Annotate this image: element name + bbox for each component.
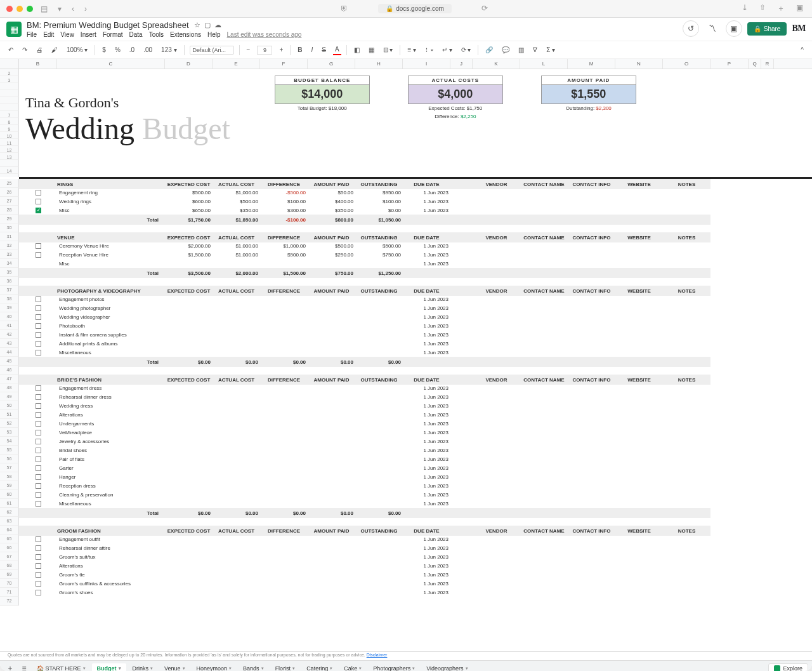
table-row[interactable]: Misc$650.00$350.00$300.00$350.00$0.001 J…: [19, 206, 710, 215]
row-number[interactable]: 33: [0, 250, 19, 259]
col-header-F[interactable]: F: [260, 59, 308, 69]
col-header-D[interactable]: D: [165, 59, 213, 69]
table-row[interactable]: Alterations1 Jun 2023: [19, 410, 710, 419]
tab-venue[interactable]: Venue ▾: [159, 663, 190, 672]
table-row[interactable]: Reception Venue Hire$1,500.00$1,000.00$5…: [19, 250, 710, 259]
col-header-I[interactable]: I: [403, 59, 450, 69]
back-icon[interactable]: ‹: [69, 4, 77, 13]
col-header-R[interactable]: R: [761, 59, 774, 69]
checkbox-icon[interactable]: [36, 474, 41, 480]
row-number[interactable]: 58: [0, 472, 19, 481]
table-row[interactable]: Engagement ring$500.00$1,000.00-$500.00$…: [19, 188, 710, 197]
redo-icon[interactable]: ↷: [20, 45, 29, 55]
checkbox-icon[interactable]: [36, 332, 41, 338]
close-window-icon[interactable]: [6, 6, 13, 12]
col-header-N[interactable]: N: [615, 59, 663, 69]
halign-icon[interactable]: ≡ ▾: [405, 45, 418, 55]
checkbox-icon[interactable]: [36, 439, 41, 444]
tab-budget[interactable]: Budget ▾: [92, 663, 126, 672]
row-number[interactable]: 64: [0, 526, 19, 535]
menu-format[interactable]: Format: [103, 31, 123, 38]
row-number[interactable]: 27: [0, 197, 19, 206]
minimize-window-icon[interactable]: [16, 6, 23, 12]
checkbox-icon[interactable]: [36, 563, 41, 569]
row-number[interactable]: 31: [0, 232, 19, 241]
menu-extensions[interactable]: Extensions: [170, 31, 201, 38]
tab-bands[interactable]: Bands ▾: [238, 663, 269, 672]
sheets-icon[interactable]: ▦: [6, 22, 22, 37]
sidebar-icon[interactable]: ▤: [38, 4, 50, 13]
table-row[interactable]: Rehearsal dinner attire1 Jun 2023: [19, 543, 710, 552]
row-number[interactable]: 72: [0, 597, 19, 606]
fill-color-icon[interactable]: ◧: [352, 45, 362, 55]
checkbox-icon[interactable]: [36, 252, 41, 258]
download-icon[interactable]: ⤓: [739, 3, 750, 14]
checkbox-icon[interactable]: [36, 296, 41, 302]
col-header-Q[interactable]: Q: [749, 59, 761, 69]
star-icon[interactable]: ☆: [194, 21, 200, 29]
checkbox-icon[interactable]: [36, 305, 41, 311]
comment-icon[interactable]: 💬: [500, 45, 511, 55]
all-sheets-button[interactable]: ≡: [18, 662, 30, 672]
menu-view[interactable]: View: [60, 31, 74, 38]
merge-icon[interactable]: ⊟ ▾: [381, 45, 395, 55]
checkbox-icon[interactable]: [36, 208, 41, 213]
row-number[interactable]: 68: [0, 561, 19, 570]
table-row[interactable]: Wedding dress1 Jun 2023: [19, 401, 710, 410]
move-icon[interactable]: ▢: [204, 21, 211, 29]
row-number[interactable]: 61: [0, 499, 19, 508]
font-size-increase-icon[interactable]: +: [277, 45, 285, 55]
checkbox-icon[interactable]: [36, 421, 41, 427]
share-button[interactable]: 🔒 Share: [747, 22, 787, 36]
checkbox-icon[interactable]: [36, 243, 41, 249]
row-number[interactable]: 67: [0, 552, 19, 561]
row-number[interactable]: 54: [0, 437, 19, 446]
shield-icon[interactable]: ⛨: [338, 4, 351, 13]
tab-cake[interactable]: Cake ▾: [339, 663, 367, 672]
table-row[interactable]: Wedding photographer1 Jun 2023: [19, 303, 710, 312]
checkbox-icon[interactable]: [36, 430, 41, 435]
checkbox-icon[interactable]: [36, 456, 41, 462]
tab-photographers[interactable]: Photographers ▾: [368, 663, 420, 672]
tab-drinks[interactable]: Drinks ▾: [128, 663, 159, 672]
row-number[interactable]: 63: [0, 517, 19, 526]
borders-icon[interactable]: ▦: [367, 45, 376, 55]
row-number[interactable]: 66: [0, 543, 19, 552]
strike-icon[interactable]: S: [320, 45, 328, 55]
row-number[interactable]: 46: [0, 366, 19, 375]
row-number[interactable]: 53: [0, 428, 19, 437]
row-number[interactable]: 29: [0, 215, 19, 223]
row-number[interactable]: 26: [0, 188, 19, 197]
checkbox-icon[interactable]: [36, 483, 41, 489]
checkbox-icon[interactable]: [36, 448, 41, 453]
table-row[interactable]: Groom's cufflinks & accessories1 Jun 202…: [19, 579, 710, 588]
font-size-input[interactable]: 9: [257, 46, 272, 55]
tabs-icon[interactable]: ▣: [794, 3, 806, 14]
checkbox-icon[interactable]: [36, 350, 41, 355]
menu-help[interactable]: Help: [207, 31, 221, 38]
document-title[interactable]: BM: Premium Wedding Budget Spreadsheet: [27, 20, 189, 30]
col-header-O[interactable]: O: [663, 59, 710, 69]
row-number[interactable]: 32: [0, 241, 19, 250]
col-header-E[interactable]: E: [213, 59, 260, 69]
zoom-select[interactable]: 100% ▾: [65, 45, 89, 55]
explore-button[interactable]: Explore: [768, 663, 808, 672]
table-row[interactable]: Veil/headpiece1 Jun 2023: [19, 428, 710, 437]
functions-icon[interactable]: Σ ▾: [544, 45, 557, 55]
cloud-icon[interactable]: ☁: [214, 21, 221, 29]
col-header-J[interactable]: J: [450, 59, 473, 69]
row-number[interactable]: 65: [0, 535, 19, 543]
font-size-decrease-icon[interactable]: −: [245, 45, 252, 55]
chart-icon[interactable]: 〽: [704, 20, 721, 37]
menu-edit[interactable]: Edit: [43, 31, 54, 38]
tab-starthere[interactable]: 🏠 START HERE ▾: [32, 663, 91, 672]
table-row[interactable]: Pair of flats1 Jun 2023: [19, 455, 710, 463]
checkbox-icon[interactable]: [36, 581, 41, 587]
checkbox-icon[interactable]: [36, 554, 41, 560]
checkbox-icon[interactable]: [36, 492, 41, 498]
col-header-H[interactable]: H: [355, 59, 403, 69]
menu-tools[interactable]: Tools: [149, 31, 164, 38]
table-row[interactable]: Bridal shoes1 Jun 2023: [19, 446, 710, 455]
row-number[interactable]: 40: [0, 312, 19, 321]
checkbox-icon[interactable]: [36, 536, 41, 542]
